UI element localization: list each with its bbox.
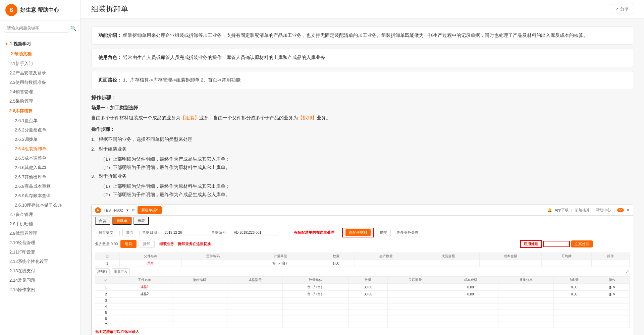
ss-tab-report[interactable]: 报表 [133,217,149,225]
ss-enable-btn[interactable]: 立案处理 [571,240,593,247]
ss-type-disassembly[interactable]: 拆卸 [139,240,155,248]
ss-enable-input[interactable] [543,241,570,247]
sidebar-item-stock-check[interactable]: 2.6.9库存账本查询 [15,191,80,201]
sidebar-item-docs-label: 2.帮助文档 [10,51,32,57]
sidebar-item-prepare[interactable]: 2.3使用前数据准备 [9,78,80,87]
ss-cell-unit: 箱（-1台） [244,260,317,267]
sidebar-item-mobile[interactable]: 2.8手机旺铺 [9,219,80,229]
ss-cell-ops [592,260,630,267]
sidebar-item-finance[interactable]: 2.7资金管理 [9,210,80,219]
share-label: 分享 [620,6,629,12]
step-1: 1、根据不同的业务，选择不同单据的类型来处理 [91,135,633,144]
ss-cell-seq: 1 [95,260,120,267]
sidebar-item-coupon[interactable]: 2.9优惠券管理 [9,229,80,238]
sub-step-dis-1: （1）上部明细为父件明细，最终作为原材料生成其它出库单； [91,182,633,191]
sidebar-item-print[interactable]: 2.11打印设置 [9,247,80,257]
ss-date-label: 单据日期： [142,230,161,235]
sidebar-item-sales[interactable]: 2.4销售管理 [9,87,80,97]
ss-top-sep3: | [613,208,614,212]
sidebar-item-partial[interactable]: 2.6.2分量盘点单 [15,125,80,135]
ss-topbar-right: 🔔 App下载 | 初始核算 | 帮助中心 | cc ✕ [547,208,630,213]
share-button[interactable]: ↗ 分享 [611,4,633,14]
ss-type-switch-area: 组装 拆卸 组装业务、拆卸业务在这里切换 [120,240,211,248]
ss-submit-btn[interactable]: 提交 [376,229,391,236]
sidebar-item-install[interactable]: 2.2产品安装及登录 [9,68,80,78]
ss-abandon-btn[interactable]: 放弃 [122,229,137,236]
ss-add-row-btn[interactable]: 增加行 [95,268,110,275]
sidebar: 6 好生意 帮助中心 🔍 + 1.视频学习 − 2.帮助文档 2.1新手入门 2… [0,0,80,335]
sidebar-item-newcomer[interactable]: 2.1新手入门 [9,59,80,68]
ss-company: TEST-H002 [104,208,123,212]
table-row: 5 [95,310,630,316]
sidebar-item-cases[interactable]: 2.15操作案例 [9,285,80,294]
minus-icon: − [5,51,8,57]
screenshot-topbar: 6 TEST-H002 ▼ ⟳ 新建单据▾ 🔔 App下载 | 初始核算 | 帮… [92,205,633,216]
ss-bottom-table-head: ☑ 子件名称 物料编码 规格型号 计量单位 数量 关联数量 成本金额 替换分类 … [95,277,630,284]
ops-title: 操作步骤： [91,95,633,101]
ss-topbar-left: 6 TEST-H002 ▼ ⟳ 新建单据▾ [95,206,162,214]
ss-annotation-has-bom: 有装配清单的在这里处理 [294,230,334,235]
ss-sep1: | [119,230,120,235]
intro-label: 功能介绍： [98,33,122,38]
ss-new-doc-btn[interactable]: 新建单据▾ [138,206,162,214]
ss-tab-home[interactable]: 自贸 [95,217,110,225]
sidebar-item-adjust[interactable]: 2.6.3调拨单 [15,135,80,144]
sidebar-item-video[interactable]: + 1.视频学习 [0,39,80,49]
sidebar-header: 6 好生意 帮助中心 [0,0,80,20]
nav-sub-inventory: 2.6.1盘点单 2.6.2分量盘点单 2.6.3调拨单 2.6.4组装拆卸单 … [9,116,80,210]
scene1-title: 场景一：加工类型选择 [91,105,633,111]
sidebar-item-other-in[interactable]: 2.6.6其他入库单 [15,163,80,172]
sidebar-item-other-out[interactable]: 2.6.7其他出库单 [15,172,80,182]
search-box: 🔍 [0,20,80,36]
search-input[interactable] [4,24,69,33]
sidebar-item-account-err[interactable]: 2.6.10库存账本错了么办 [15,201,80,210]
main-area: 组装拆卸单 ↗ 分享 功能介绍： 组装拆卸单用来处理企业组装或拆卸等加工业务，支… [80,0,644,335]
sidebar-item-assemble[interactable]: 2.6.4组装拆卸单 [15,144,80,154]
ss-bell-icon: 🔔 [547,208,552,212]
ss-refresh-icon: ⟳ [132,208,135,212]
sidebar-item-cost-calc[interactable]: 2.6.8商品成本重算 [15,182,80,191]
ss-ref-input[interactable] [232,230,278,235]
sidebar-item-inventory[interactable]: − 2.6库存核算 [4,106,80,116]
table-row: 7 [95,322,630,328]
ss-bottom-table-body: 1 规格1 台（*+台） 30.00 0.00 0.00 🗑 ✕ [95,284,630,328]
ss-batch-import-btn[interactable]: 批量导入 [112,268,130,275]
search-button[interactable]: 🔍 [70,25,76,31]
path-label: 页面路径： [98,77,122,82]
ss-date-input[interactable] [163,230,209,235]
ss-col-prod-amt: 成品金额 [417,253,479,260]
sidebar-item-faq[interactable]: 2.14常见问题 [9,276,80,285]
ss-top-table-head: ☑ 父件名称 父件编码 计量单位 数量 生产数量 成品金额 成本金额 可均摊 操… [95,253,630,260]
ss-close-icon: ✕ [627,208,630,212]
ss-col-parent-name: 父件名称 [119,253,182,260]
sidebar-item-stocktake[interactable]: 2.6.1盘点单 [15,116,80,125]
content-area: 功能介绍： 组装拆卸单用来处理企业组装或拆卸等加工业务，支持有固定装配清单的产品… [80,18,644,335]
sidebar-item-cost-adj[interactable]: 2.6.5成本调整单 [15,154,80,163]
ss-cell-qty: 1.00 [317,260,355,267]
ss-col-unit: 计量单位 [244,253,317,260]
sub-step-assembly-2: （2）下部明细为子件明细，最终作为原材料生成其它出库单。 [91,163,633,172]
ss-sep2: | [139,230,141,235]
ss-cell-parent-name: 关米 [119,260,182,267]
ss-num-label: 业务数量 0.00 [95,241,118,246]
ss-second-nav: 自贸 新建单 报表 [92,216,633,226]
ss-select-parts-btn[interactable]: 选配件材料 [345,229,371,236]
sidebar-item-video-label: 1.视频学习 [10,41,31,47]
sidebar-item-purchase[interactable]: 2.5采购管理 [9,97,80,106]
ss-more-btn[interactable]: 更多业务处理 [393,229,422,236]
ss-col-prod-qty: 生产数量 [355,253,417,260]
sidebar-item-custom[interactable]: 2.12系统个性化设置 [9,257,80,266]
ss-tab-new[interactable]: 新建单 [112,217,131,225]
ss-col-alloc: 可均摊 [542,253,592,260]
ss-bottom-table: ☑ 子件名称 物料编码 规格型号 计量单位 数量 关联数量 成本金额 替换分类 … [95,276,630,328]
table-row: 4 [95,304,630,310]
ss-type-assembly[interactable]: 组装 [120,240,137,248]
sidebar-item-online-pay[interactable]: 2.13在线支付 [9,266,80,276]
sidebar-item-docs[interactable]: − 2.帮助文档 [0,49,80,59]
sidebar-item-ops[interactable]: 2.10经营管理 [9,238,80,247]
ss-dropdown-icon: ▼ [125,208,129,212]
screenshot-container: 6 TEST-H002 ▼ ⟳ 新建单据▾ 🔔 App下载 | 初始核算 | 帮… [91,205,633,335]
ss-cell-alloc [542,260,592,267]
ss-save-btn[interactable]: 保存提交 [95,229,117,236]
logo-icon: 6 [5,4,17,16]
